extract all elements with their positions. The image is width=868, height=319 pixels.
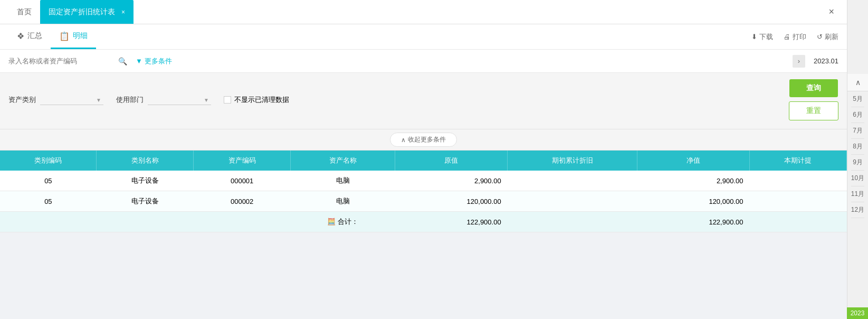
filter-label: 更多条件 xyxy=(145,57,172,66)
column-header: 期初累计折旧 xyxy=(508,151,637,171)
tab-label: 固定资产折旧统计表 xyxy=(49,7,115,17)
table-cell: 05 xyxy=(0,171,97,191)
table-cell: 120,000.00 xyxy=(395,191,508,212)
table-cell: 电子设备 xyxy=(97,171,194,191)
more-filter-button[interactable]: ▼ 更多条件 xyxy=(136,57,172,66)
table-row: 05电子设备000001电脑2,900.002,900.00 xyxy=(0,171,847,191)
column-header: 资产名称 xyxy=(291,151,395,171)
table-cell: 120,000.00 xyxy=(637,191,750,212)
table-cell: 电脑 xyxy=(291,191,395,212)
detail-icon: 📋 xyxy=(59,31,70,41)
reset-button[interactable]: 重置 xyxy=(789,101,838,120)
month-item[interactable]: 12月 xyxy=(851,202,864,218)
refresh-icon: ↺ xyxy=(817,33,823,41)
table-cell: 000001 xyxy=(194,171,291,191)
table-cell: 000002 xyxy=(194,191,291,212)
month-item[interactable]: 10月 xyxy=(851,171,864,186)
asset-type-select[interactable] xyxy=(40,95,103,105)
column-header: 本期计提 xyxy=(749,151,846,171)
asset-type-label: 资产类别 xyxy=(8,95,36,105)
total-cell xyxy=(508,212,637,232)
right-panel: ∧ 5月6月7月8月9月10月11月12月 2023 xyxy=(847,0,868,319)
month-item[interactable]: 11月 xyxy=(851,186,864,202)
column-header: 类别名称 xyxy=(97,151,194,171)
total-cell: 🧮合计： xyxy=(291,212,395,232)
download-icon: ⬇ xyxy=(751,33,757,41)
data-table: 类别编码类别名称资产编码资产名称原值期初累计折旧净值本期计提 05电子设备000… xyxy=(0,151,847,232)
collapse-button[interactable]: ∧ 收起更多条件 xyxy=(390,133,457,147)
table-cell: 2,900.00 xyxy=(395,171,508,191)
table-cell: 电子设备 xyxy=(97,191,194,212)
year-badge: 2023 xyxy=(847,307,868,319)
total-cell: 122,900.00 xyxy=(637,212,750,232)
refresh-button[interactable]: ↺ 刷新 xyxy=(817,32,838,42)
department-label: 使用部门 xyxy=(116,95,144,105)
column-header: 资产编码 xyxy=(194,151,291,171)
month-item[interactable]: 6月 xyxy=(851,107,864,123)
tab-detail-label: 明细 xyxy=(73,31,88,41)
print-button[interactable]: 🖨 打印 xyxy=(784,32,806,42)
tab-detail[interactable]: 📋 明细 xyxy=(51,24,96,49)
date-display: 2023.01 xyxy=(814,57,838,65)
table-cell: 电脑 xyxy=(291,171,395,191)
summary-icon: ❖ xyxy=(17,31,24,41)
total-cell: 122,900.00 xyxy=(395,212,508,232)
month-item[interactable]: 8月 xyxy=(851,139,864,155)
column-header: 原值 xyxy=(395,151,508,171)
table-cell xyxy=(749,191,846,212)
table-cell xyxy=(508,191,637,212)
expand-panel-button[interactable]: › xyxy=(793,55,805,68)
search-icon: 🔍 xyxy=(118,57,127,65)
download-button[interactable]: ⬇ 下载 xyxy=(751,32,773,42)
chevron-right-icon: › xyxy=(798,57,800,65)
hide-cleared-checkbox[interactable]: 不显示已清理数据 xyxy=(224,95,289,105)
collapse-label: 收起更多条件 xyxy=(408,135,446,144)
tab-summary[interactable]: ❖ 汇总 xyxy=(8,24,51,49)
total-cell xyxy=(97,212,194,232)
month-item[interactable]: 7月 xyxy=(851,123,864,139)
table-cell: 2,900.00 xyxy=(637,171,750,191)
active-tab[interactable]: 固定资产折旧统计表 × xyxy=(40,0,133,24)
hide-cleared-label: 不显示已清理数据 xyxy=(234,95,289,105)
table-row: 05电子设备000002电脑120,000.00120,000.00 xyxy=(0,191,847,212)
total-cell xyxy=(0,212,97,232)
checkbox-box xyxy=(224,96,231,104)
print-label: 打印 xyxy=(793,32,806,42)
total-cell xyxy=(749,212,846,232)
table-cell xyxy=(508,171,637,191)
tab-close-button[interactable]: × xyxy=(121,8,125,16)
total-cell xyxy=(194,212,291,232)
total-icon: 🧮 xyxy=(327,218,336,226)
table-cell: 05 xyxy=(0,191,97,212)
month-item[interactable]: 5月 xyxy=(851,91,864,107)
tab-summary-label: 汇总 xyxy=(27,31,42,41)
print-icon: 🖨 xyxy=(784,33,790,41)
total-row: 🧮合计：122,900.00122,900.00 xyxy=(0,212,847,232)
department-select[interactable] xyxy=(148,95,211,105)
collapse-icon: ∧ xyxy=(401,136,406,144)
column-header: 类别编码 xyxy=(0,151,97,171)
month-item[interactable]: 9月 xyxy=(851,155,864,171)
home-nav[interactable]: 首页 xyxy=(8,0,40,24)
query-button[interactable]: 查询 xyxy=(789,79,838,97)
scroll-up-button[interactable]: ∧ xyxy=(847,74,868,91)
column-header: 净值 xyxy=(637,151,750,171)
refresh-label: 刷新 xyxy=(825,32,838,42)
filter-icon: ▼ xyxy=(136,57,142,65)
window-close-button[interactable]: × xyxy=(824,4,838,20)
download-label: 下载 xyxy=(759,32,773,42)
search-input[interactable] xyxy=(8,57,114,65)
table-cell xyxy=(749,171,846,191)
